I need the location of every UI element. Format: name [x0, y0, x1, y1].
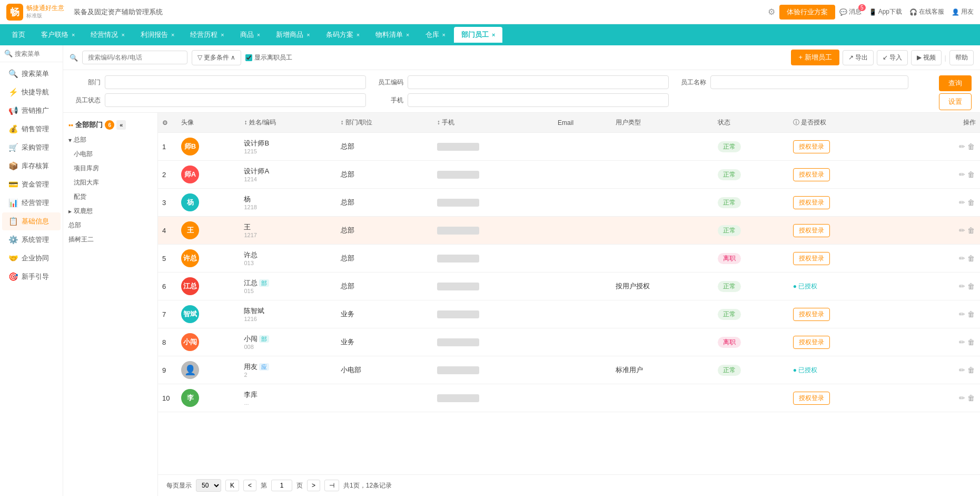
nav-tab-物料清单[interactable]: 物料清单 × — [368, 27, 417, 43]
edit-icon[interactable]: ✏ — [959, 366, 965, 374]
auth-login-button[interactable]: 授权登录 — [793, 252, 830, 265]
sidebar-item-采购管理[interactable]: 🛒采购管理 — [2, 139, 61, 157]
auth-login-button[interactable]: 授权登录 — [793, 308, 830, 321]
dept-child-xiaodian[interactable]: 小电部 — [63, 147, 157, 161]
nav-tab-条码方案[interactable]: 条码方案 × — [319, 27, 367, 43]
nav-tab-首页[interactable]: 首页 — [4, 27, 33, 43]
settings-icon[interactable]: ⚙ — [768, 7, 775, 17]
edit-icon[interactable]: ✏ — [959, 170, 965, 179]
edit-icon[interactable]: ✏ — [959, 282, 965, 290]
view-button[interactable]: ▶ 视频 — [911, 50, 942, 65]
close-tab-icon[interactable]: × — [442, 32, 446, 38]
auth-login-button[interactable]: 授权登录 — [793, 224, 830, 237]
close-tab-icon[interactable]: × — [306, 32, 310, 38]
edit-icon[interactable]: ✏ — [959, 254, 965, 262]
more-conditions-btn[interactable]: ▽ 更多条件 ∧ — [192, 50, 241, 65]
close-tab-icon[interactable]: × — [121, 32, 124, 38]
sidebar-item-经营管理[interactable]: 📊经营管理 — [2, 194, 61, 212]
nav-tab-经营情况[interactable]: 经营情况 × — [83, 27, 132, 43]
phone-input[interactable] — [408, 93, 669, 107]
delete-icon[interactable]: 🗑 — [967, 254, 975, 262]
export-button[interactable]: ↗ 导出 — [843, 50, 874, 65]
first-page-btn[interactable]: K — [225, 480, 239, 491]
next-page-btn[interactable]: > — [307, 480, 320, 491]
page-input[interactable] — [271, 480, 292, 491]
search-button[interactable]: 查询 — [939, 75, 972, 91]
sidebar-item-营销推广[interactable]: 📢营销推广 — [2, 102, 61, 120]
last-page-btn[interactable]: ⊣ — [324, 480, 339, 491]
emp-code-input[interactable] — [408, 75, 669, 89]
import-button[interactable]: ↙ 导入 — [877, 50, 908, 65]
close-tab-icon[interactable]: × — [171, 32, 174, 38]
close-tab-icon[interactable]: × — [357, 32, 360, 38]
edit-icon[interactable]: ✏ — [959, 394, 965, 402]
online-service-btn[interactable]: 🎧 在线客服 — [909, 7, 944, 16]
delete-icon[interactable]: 🗑 — [967, 226, 975, 235]
nav-tab-商品[interactable]: 商品 × — [233, 27, 268, 43]
delete-icon[interactable]: 🗑 — [967, 142, 975, 151]
auth-login-button[interactable]: 授权登录 — [793, 168, 830, 181]
user-btn[interactable]: 👤 用友 — [952, 7, 974, 16]
nav-tab-经营历程[interactable]: 经营历程 × — [183, 27, 231, 43]
trial-button[interactable]: 体验行业方案 — [779, 5, 835, 20]
emp-name-input[interactable] — [710, 75, 908, 89]
sidebar-item-销售管理[interactable]: 💰销售管理 — [2, 120, 61, 138]
edit-icon[interactable]: ✏ — [959, 142, 965, 151]
sidebar-item-搜索菜单[interactable]: 🔍搜索菜单 — [2, 65, 61, 83]
dept-child-project[interactable]: 项目库房 — [63, 161, 157, 176]
delete-icon[interactable]: 🗑 — [967, 310, 975, 318]
nav-tab-仓库[interactable]: 仓库 × — [418, 27, 453, 43]
sidebar-item-资金管理[interactable]: 💳资金管理 — [2, 176, 61, 193]
auth-login-button[interactable]: 授权登录 — [793, 196, 830, 209]
show-resigned-checkbox[interactable]: 显示离职员工 — [245, 53, 292, 62]
close-tab-icon[interactable]: × — [257, 32, 260, 38]
edit-icon[interactable]: ✏ — [959, 338, 965, 346]
sidebar-item-库存核算[interactable]: 📦库存核算 — [2, 157, 61, 175]
delete-icon[interactable]: 🗑 — [967, 198, 975, 207]
auth-login-button[interactable]: 授权登录 — [793, 336, 830, 349]
add-employee-button[interactable]: + 新增员工 — [791, 50, 839, 65]
show-resigned-input[interactable] — [245, 54, 252, 61]
delete-icon[interactable]: 🗑 — [967, 366, 975, 374]
dept-group-shuanglu[interactable]: ▸ 双鹿想 — [63, 204, 157, 218]
sidebar-item-快捷导航[interactable]: ⚡快捷导航 — [2, 83, 61, 101]
nav-tab-部门员工[interactable]: 部门员工 × — [454, 27, 502, 43]
sidebar-item-新手引导[interactable]: 🎯新手引导 — [2, 268, 61, 286]
edit-icon[interactable]: ✏ — [959, 310, 965, 318]
nav-tab-客户联络[interactable]: 客户联络 × — [34, 27, 82, 43]
col-phone[interactable]: ↕ 手机 — [433, 113, 553, 133]
delete-icon[interactable]: 🗑 — [967, 282, 975, 290]
emp-status-select[interactable] — [105, 93, 366, 107]
close-tab-icon[interactable]: × — [72, 32, 75, 38]
edit-icon[interactable]: ✏ — [959, 226, 965, 235]
prev-page-btn[interactable]: < — [243, 480, 256, 491]
close-tab-icon[interactable]: × — [221, 32, 224, 38]
delete-icon[interactable]: 🗑 — [967, 338, 975, 346]
close-tab-icon[interactable]: × — [406, 32, 409, 38]
search-input[interactable] — [82, 51, 187, 64]
nav-tab-新增商品[interactable]: 新增商品 × — [269, 27, 317, 43]
auth-login-button[interactable]: 授权登录 — [793, 392, 830, 405]
collapse-btn[interactable]: « — [116, 120, 126, 130]
nav-tab-利润报告[interactable]: 利润报告 × — [133, 27, 182, 43]
col-settings[interactable]: ⚙ — [158, 113, 177, 133]
dept-all-btn[interactable]: 6 — [105, 120, 114, 130]
delete-icon[interactable]: 🗑 — [967, 170, 975, 179]
set-button[interactable]: 设置 — [939, 93, 972, 110]
auth-login-button[interactable]: 授权登录 — [793, 140, 830, 153]
col-name[interactable]: ↕ 姓名/编码 — [240, 113, 336, 133]
per-page-select[interactable]: 50 — [196, 479, 221, 492]
dept-select[interactable] — [105, 75, 366, 89]
dept-group-zongbu[interactable]: 总部 — [63, 218, 157, 232]
dept-group-main[interactable]: ▾ 总部 — [63, 133, 157, 147]
sidebar-item-基础信息[interactable]: 📋基础信息 — [2, 212, 61, 230]
sidebar-item-企业协同[interactable]: 🤝企业协同 — [2, 249, 61, 267]
delete-icon[interactable]: 🗑 — [967, 394, 975, 402]
sidebar-item-系统管理[interactable]: ⚙️系统管理 — [2, 231, 61, 249]
dept-child-shenyang[interactable]: 沈阳大库 — [63, 176, 157, 190]
dept-group-chashuwang[interactable]: 插树王二 — [63, 232, 157, 247]
help-button[interactable]: 帮助 — [949, 50, 974, 65]
close-tab-icon[interactable]: × — [492, 32, 495, 38]
app-download-btn[interactable]: 📱 App下载 — [869, 7, 902, 16]
message-btn[interactable]: 💬 消息 5 — [839, 7, 862, 16]
